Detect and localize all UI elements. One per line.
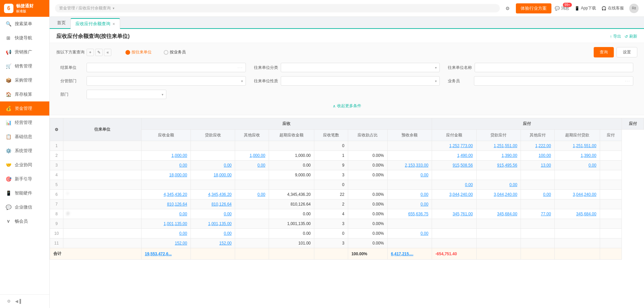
row-ap-amount[interactable]	[432, 238, 477, 248]
row-ap-loan[interactable]: 345,684.00	[476, 209, 521, 219]
row-ap-other[interactable]: 100.00	[521, 151, 554, 161]
app-download-btn[interactable]: 📱 App下载	[575, 5, 596, 11]
row-ar-other[interactable]: 0.00	[235, 190, 269, 200]
row-ap-other[interactable]: 1,222.00	[521, 141, 554, 151]
row-ap-other[interactable]	[521, 180, 554, 190]
row-ap-loan[interactable]: 3,044,240.00	[476, 190, 521, 200]
collapse-icon[interactable]: ◀▐	[15, 298, 21, 305]
row-ar-loan[interactable]: 0.00	[191, 161, 235, 170]
row-ap-amount[interactable]: 3,044,240.00	[432, 190, 477, 200]
row-ap-loan[interactable]: 1,390.00	[476, 151, 521, 161]
refresh-btn[interactable]: ↺ 刷新	[625, 34, 637, 39]
row-ap-overdue[interactable]	[554, 200, 600, 209]
row-ar-other[interactable]	[235, 200, 269, 209]
row-ap-overdue[interactable]	[554, 219, 600, 229]
partner-nature-input[interactable]: ▾	[281, 76, 439, 86]
row-ar-other[interactable]: 1,000.00	[235, 151, 269, 161]
row-ar-other[interactable]	[235, 180, 269, 190]
salesperson-input[interactable]: ···	[474, 76, 633, 86]
settings-icon[interactable]: ⚙	[5, 298, 12, 305]
row-ar-amount[interactable]	[141, 180, 191, 190]
sidebar-item-sales[interactable]: 🛒 销售管理	[0, 59, 49, 73]
row-ar-amount[interactable]: 18,000.00	[141, 170, 191, 180]
row-ap-overdue[interactable]: 1,390.00	[554, 151, 600, 161]
row-ar-amount[interactable]: 0.00	[141, 161, 191, 170]
filter-option-by-partner[interactable]: 按往来单位	[122, 48, 155, 57]
row-ap-other[interactable]	[521, 238, 554, 248]
row-ar-amount[interactable]: 810,126.64	[141, 200, 191, 209]
row-ap-loan[interactable]	[476, 238, 521, 248]
settlement-unit-input[interactable]: ···	[87, 63, 246, 72]
row-ar-amount[interactable]: 0.00	[141, 209, 191, 219]
row-ar-other[interactable]: 0.00	[235, 161, 269, 170]
row-ap-overdue[interactable]: 345,684.00	[554, 209, 600, 219]
sidebar-item-marketing[interactable]: 📢 营销推广	[0, 45, 49, 59]
row-ap-overdue[interactable]: 0.00	[554, 161, 600, 170]
row-ar-amount[interactable]: 0.00	[141, 229, 191, 238]
row-ar-prepay[interactable]	[387, 180, 432, 190]
row-ar-other[interactable]	[235, 141, 269, 151]
sidebar-item-member[interactable]: V 畅会员	[0, 214, 49, 228]
message-btn[interactable]: 💬 消息 99+	[555, 5, 569, 11]
col-settings[interactable]: ⚙	[50, 118, 63, 141]
row-ap-other[interactable]	[521, 219, 554, 229]
row-ar-other[interactable]	[235, 209, 269, 219]
row-ar-loan[interactable]: 1,001,135.00	[191, 219, 235, 229]
sidebar-item-wechat[interactable]: 💬 企业微信	[0, 200, 49, 214]
sidebar-item-purchase[interactable]: 📦 采购管理	[0, 73, 49, 87]
row-ap-amount[interactable]: 1,490.00	[432, 151, 477, 161]
sidebar-item-smart-hw[interactable]: 📱 智能硬件	[0, 186, 49, 200]
promo-btn[interactable]: 体验行业方案	[516, 3, 551, 13]
row-ap-loan[interactable]: 1,251,551.00	[476, 141, 521, 151]
row-ar-prepay[interactable]	[387, 238, 432, 248]
row-ap-overdue[interactable]	[554, 238, 600, 248]
partner-name-input[interactable]	[475, 63, 633, 72]
row-ar-other[interactable]	[235, 170, 269, 180]
export-btn[interactable]: ↑ 导出	[610, 34, 621, 39]
row-ar-amount[interactable]	[141, 141, 191, 151]
row-ar-loan[interactable]	[191, 151, 235, 161]
collapse-more-btn[interactable]: ∧ 收起更多条件	[333, 101, 361, 111]
row-ar-other[interactable]	[235, 238, 269, 248]
sidebar-item-quick-nav[interactable]: ⊞ 快捷导航	[0, 31, 49, 45]
row-ar-loan[interactable]: 0.00	[191, 209, 235, 219]
row-ap-loan[interactable]	[476, 170, 521, 180]
row-ap-other[interactable]: 77.00	[521, 209, 554, 219]
tab-home[interactable]: 首页	[52, 17, 70, 28]
row-ar-amount[interactable]: 4,345,436.20	[141, 190, 191, 200]
user-avatar[interactable]: Rit	[629, 4, 639, 13]
row-ar-prepay[interactable]: 0.00	[387, 229, 432, 238]
row-ar-amount[interactable]: 1,000.00	[141, 151, 191, 161]
tab-ar-ap[interactable]: 应收应付余额查询 ✕	[70, 18, 120, 29]
row-ar-prepay[interactable]: 0.00	[387, 200, 432, 209]
sidebar-item-search-menu[interactable]: 🔍 搜索菜单	[0, 17, 49, 31]
row-ap-loan[interactable]	[476, 219, 521, 229]
sidebar-item-inventory[interactable]: 🏠 库存核算	[0, 87, 49, 101]
row-ar-loan[interactable]	[191, 180, 235, 190]
sidebar-item-operations[interactable]: 📊 经营管理	[0, 116, 49, 130]
row-ap-amount[interactable]	[432, 170, 477, 180]
row-ap-overdue[interactable]	[554, 229, 600, 238]
partner-category-input[interactable]: ▾	[281, 63, 439, 72]
service-btn[interactable]: 🎧 在线客服	[601, 5, 624, 11]
row-ar-amount[interactable]: 1,001,135.00	[141, 219, 191, 229]
row-ap-loan[interactable]	[476, 229, 521, 238]
row-ap-loan[interactable]: 915,495.56	[476, 161, 521, 170]
row-ar-prepay[interactable]: 0.00	[387, 170, 432, 180]
row-ap-overdue[interactable]: 1,251,551.00	[554, 141, 600, 151]
filter-option-by-staff[interactable]: 按业务员	[160, 48, 189, 57]
row-ap-other[interactable]: 0.00	[521, 190, 554, 200]
row-ap-amount[interactable]	[432, 229, 477, 238]
collapse-scheme-icon[interactable]: «	[104, 49, 111, 56]
row-ar-prepay[interactable]: 2,153,333.00	[387, 161, 432, 170]
row-ar-loan[interactable]	[191, 141, 235, 151]
row-ar-prepay[interactable]	[387, 219, 432, 229]
row-ap-amount[interactable]: 1,252,773.00	[432, 141, 477, 151]
row-ar-loan[interactable]: 4,345,436.20	[191, 190, 235, 200]
row-ap-other[interactable]	[521, 170, 554, 180]
row-ap-amount[interactable]: 915,508.56	[432, 161, 477, 170]
row-ar-loan[interactable]: 0.00	[191, 229, 235, 238]
row-ap-overdue[interactable]	[554, 170, 600, 180]
query-btn[interactable]: 查询	[594, 47, 614, 57]
row-ap-other[interactable]: 13.00	[521, 161, 554, 170]
